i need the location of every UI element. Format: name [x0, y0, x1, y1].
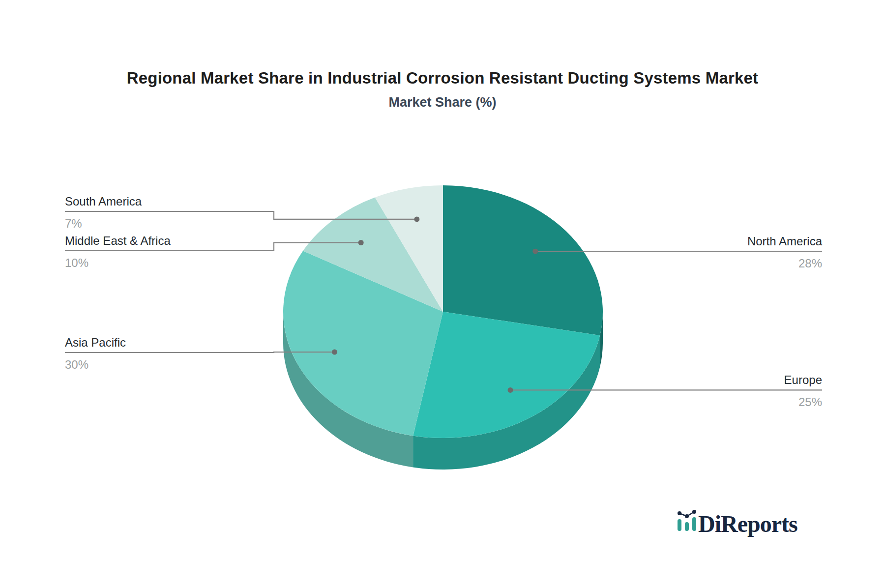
leader-dot-europe [508, 387, 513, 393]
leader-dot-asia-pacific [332, 350, 337, 355]
leader-dot-middle-east-africa [358, 240, 364, 245]
slice-label-middle-east-africa: Middle East & Africa [65, 234, 171, 247]
pie-chart: North America28%Europe25%Asia Pacific30%… [0, 0, 885, 588]
slice-label-north-america: North America [747, 235, 823, 248]
bar-chart-trend-icon [677, 509, 698, 532]
pie-slice-north-america[interactable] [443, 185, 603, 335]
slice-label-south-america: South America [65, 195, 142, 208]
slice-label-asia-pacific: Asia Pacific [65, 336, 126, 349]
leader-dot-north-america [532, 249, 538, 254]
slice-pct-south-america: 7% [65, 217, 82, 230]
slice-label-europe: Europe [784, 373, 822, 386]
chart-canvas: Regional Market Share in Industrial Corr… [0, 0, 885, 588]
leader-dot-south-america [414, 216, 419, 222]
slice-pct-middle-east-africa: 10% [65, 256, 88, 269]
slice-pct-europe: 25% [798, 395, 822, 409]
logo-text: DiReports [698, 511, 797, 537]
slice-pct-asia-pacific: 30% [65, 358, 88, 371]
slice-pct-north-america: 28% [798, 257, 822, 270]
leader-line-asia-pacific [65, 352, 334, 353]
